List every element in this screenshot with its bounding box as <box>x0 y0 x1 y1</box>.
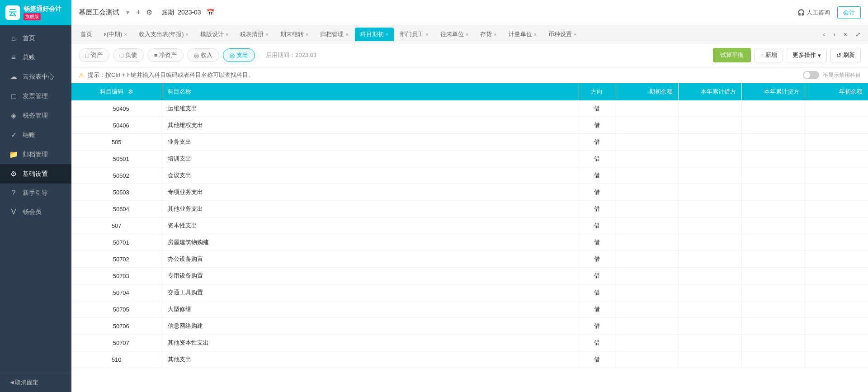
tab-archive[interactable]: 归档管理 × <box>315 28 354 41</box>
cell-code: 50701 <box>71 234 162 251</box>
tip-right: 不显示禁用科目 <box>803 71 861 79</box>
cell-name: 其他业务支出 <box>162 201 579 217</box>
cell-code: 50503 <box>71 184 162 201</box>
tab-unit-close[interactable]: × <box>534 32 537 37</box>
table-row[interactable]: 50701 房屋建筑物购建 借 <box>71 234 868 251</box>
filter-liability-btn[interactable]: □ 负债 <box>113 48 144 62</box>
filter-expense-btn[interactable]: ◎ 支出 <box>223 48 255 62</box>
table-row[interactable]: 50704 交通工具购置 借 <box>71 284 868 301</box>
workspace-title: 基层工会测试 <box>79 8 119 17</box>
th-dir: 方向 <box>579 83 615 100</box>
cell-dir: 借 <box>579 351 615 368</box>
topbar: 基层工会测试 ▼ + ⚙ 账期 2023-03 📅 🎧 人工咨询 会计 <box>71 0 868 25</box>
tab-template[interactable]: 模版设计 × <box>195 28 234 41</box>
tab-period-close-x[interactable]: × <box>306 32 308 37</box>
table-row[interactable]: 505 业务支出 借 <box>71 134 868 151</box>
tab-period-close[interactable]: 期末结转 × <box>275 28 314 41</box>
add-btn[interactable]: + 新增 <box>755 48 783 62</box>
tab-home[interactable]: 首页 <box>75 28 98 41</box>
filter-income-label: 收入 <box>201 51 212 59</box>
cell-ytd-debit <box>678 234 741 251</box>
cell-ytd-debit <box>678 151 741 167</box>
cell-opening-bal <box>615 100 678 117</box>
table-row[interactable]: 50705 大型修缮 借 <box>71 301 868 318</box>
table-row[interactable]: 50504 其他业务支出 借 <box>71 201 868 217</box>
table-row[interactable]: 50501 培训支出 借 <box>71 151 868 167</box>
cell-name: 办公设备购置 <box>162 251 579 268</box>
tab-annual[interactable]: 收入支出表(年报) × <box>133 28 194 41</box>
tab-mid-label: ε(中期) <box>104 30 122 38</box>
tab-customer-close[interactable]: × <box>466 32 468 37</box>
tab-customer[interactable]: 往来单位 × <box>435 28 474 41</box>
sidebar-collapse-btn[interactable]: ◄取消固定 <box>0 373 71 392</box>
cell-code: 507 <box>71 217 162 234</box>
tab-dept-close[interactable]: × <box>425 32 428 37</box>
table-row[interactable]: 507 资本性支出 借 <box>71 217 868 234</box>
th-name: 科目名称 <box>162 83 579 100</box>
tab-tax[interactable]: 税表清册 × <box>235 28 274 41</box>
table-row[interactable]: 50706 信息网络购建 借 <box>71 318 868 335</box>
cell-ytd-credit <box>741 284 805 301</box>
tab-inventory[interactable]: 存货 × <box>475 28 502 41</box>
tab-mid-close[interactable]: × <box>124 32 127 37</box>
sidebar-item-ledger[interactable]: ≡ 总账 <box>0 48 71 67</box>
app-logo-icon: 云 <box>5 5 20 20</box>
filter-asset-btn[interactable]: □ 资产 <box>79 48 109 62</box>
table-row[interactable]: 50405 运维维支出 借 <box>71 100 868 117</box>
table-wrapper: 科目编码 ⚙ 科目名称 方向 期初余额 本年累计借方 本年累计贷方 年初余额 5… <box>71 83 868 392</box>
table-row[interactable]: 50702 办公设备购置 借 <box>71 251 868 268</box>
tab-scroll-right[interactable]: › <box>830 29 839 40</box>
table-row[interactable]: 50703 专用设备购置 借 <box>71 268 868 284</box>
sidebar-item-tax[interactable]: ◈ 税务管理 <box>0 106 71 125</box>
cell-name: 运维维支出 <box>162 100 579 117</box>
filter-equity-btn[interactable]: ≡ 净资产 <box>147 48 184 62</box>
sidebar-item-guide[interactable]: ? 新手引导 <box>0 184 71 203</box>
tab-scroll-left[interactable]: ‹ <box>819 29 829 40</box>
table-row[interactable]: 50406 其他维权支出 借 <box>71 117 868 134</box>
calculate-btn[interactable]: 试算平衡 <box>713 48 751 62</box>
workspace-dropdown-icon[interactable]: ▼ <box>125 9 131 16</box>
sidebar-item-vip[interactable]: V 畅会员 <box>0 203 71 222</box>
tab-currency[interactable]: 币种设置 × <box>543 28 582 41</box>
tab-archive-close[interactable]: × <box>345 32 348 37</box>
period-calendar-icon[interactable]: 📅 <box>207 9 214 16</box>
tab-tax-close[interactable]: × <box>265 32 268 37</box>
tab-close-all[interactable]: × <box>840 29 851 40</box>
table-row[interactable]: 50502 会议支出 借 <box>71 167 868 184</box>
refresh-btn[interactable]: ↺ 刷新 <box>830 48 861 62</box>
disable-toggle[interactable] <box>803 71 819 79</box>
tab-maximize[interactable]: ⤢ <box>852 29 864 40</box>
sidebar-item-reports[interactable]: ☁ 云报表中心 <box>0 67 71 86</box>
table-row[interactable]: 50503 专项业务支出 借 <box>71 184 868 201</box>
cell-ytd-debit <box>678 251 741 268</box>
workspace-settings-icon[interactable]: ⚙ <box>146 8 152 17</box>
tab-subject-init-close[interactable]: × <box>386 32 388 37</box>
table-row[interactable]: 510 其他支出 借 <box>71 351 868 368</box>
more-btn[interactable]: 更多操作 ▾ <box>787 48 827 62</box>
table-row[interactable]: 50707 其他资本性支出 借 <box>71 335 868 351</box>
tab-inventory-close[interactable]: × <box>494 32 496 37</box>
tab-subject-init[interactable]: 科目期初 × <box>355 28 394 41</box>
cell-ytd-debit <box>678 217 741 234</box>
sidebar-item-invoice[interactable]: ◻ 发票管理 <box>0 86 71 106</box>
tab-mid[interactable]: ε(中期) × <box>99 28 132 41</box>
tab-dept[interactable]: 部门员工 × <box>395 28 434 41</box>
tab-dept-label: 部门员工 <box>400 30 424 38</box>
th-settings-icon[interactable]: ⚙ <box>128 88 133 95</box>
sidebar-item-settings[interactable]: ⚙ 基础设置 <box>0 164 71 184</box>
sidebar-item-archive[interactable]: 📁 归档管理 <box>0 145 71 164</box>
help-btn[interactable]: 🎧 人工咨询 <box>797 9 830 17</box>
tab-unit-label: 计量单位 <box>509 30 532 38</box>
user-role-btn[interactable]: 会计 <box>837 6 861 19</box>
sidebar-item-home[interactable]: ⌂ 首页 <box>0 29 71 48</box>
cell-ytd-debit <box>678 167 741 184</box>
tab-annual-close[interactable]: × <box>186 32 189 37</box>
sidebar-item-close[interactable]: ✓ 结账 <box>0 125 71 145</box>
tab-unit[interactable]: 计量单位 × <box>503 28 542 41</box>
tab-currency-close[interactable]: × <box>574 32 576 37</box>
filter-income-btn[interactable]: ◎ 收入 <box>187 48 219 62</box>
tab-period-close-label: 期末结转 <box>280 30 304 38</box>
filter-liability-label: 负债 <box>125 51 137 59</box>
tab-template-close[interactable]: × <box>226 32 228 37</box>
add-workspace-btn[interactable]: + <box>136 8 141 17</box>
